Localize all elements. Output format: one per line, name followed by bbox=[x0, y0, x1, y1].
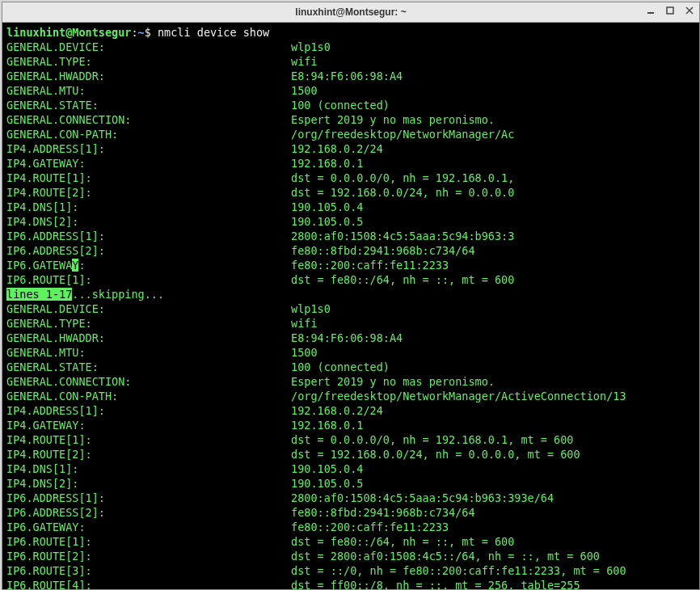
output-row: IP4.DNS[1]:190.105.0.4 bbox=[6, 461, 695, 476]
output-key: IP4.GATEWAY: bbox=[6, 156, 291, 171]
output-key: IP6.ROUTE[1]: bbox=[6, 272, 291, 287]
output-row: IP6.GATEWAY:fe80::200:caff:fe11:2233 bbox=[6, 520, 695, 534]
output-row: IP6.ROUTE[3]:dst = ::/0, nh = fe80::200:… bbox=[6, 563, 695, 578]
output-key: IP6.ROUTE[2]: bbox=[6, 549, 291, 563]
minimize-icon[interactable] bbox=[644, 4, 657, 17]
output-key: IP6.ROUTE[1]: bbox=[6, 534, 291, 549]
output-value: 190.105.0.5 bbox=[291, 476, 695, 491]
output-row: IP4.ROUTE[2]:dst = 192.168.0.0/24, nh = … bbox=[6, 447, 695, 461]
output-row: IP6.ROUTE[4]:dst = ff00::/8, nh = ::, mt… bbox=[6, 578, 695, 589]
output-value: 2800:af0:1508:4c5:5aaa:5c94:b963:3 bbox=[291, 229, 695, 243]
output-key: IP6.GATEWAY: bbox=[6, 520, 291, 534]
output-row: IP6.ROUTE[2]:dst = 2800:af0:1508:4c5::/6… bbox=[6, 549, 695, 563]
output-value: dst = 2800:af0:1508:4c5::/64, nh = ::, m… bbox=[291, 549, 695, 563]
output-key: IP4.DNS[2]: bbox=[6, 214, 291, 229]
output-key: IP6.ADDRESS[2]: bbox=[6, 243, 291, 258]
svg-rect-0 bbox=[647, 12, 654, 14]
output-row: IP4.DNS[1]:190.105.0.4 bbox=[6, 200, 695, 214]
output-value: wlp1s0 bbox=[291, 301, 695, 316]
output-row: IP4.ROUTE[1]:dst = 0.0.0.0/0, nh = 192.1… bbox=[6, 432, 695, 447]
window-controls bbox=[644, 4, 696, 17]
output-key: IP4.ROUTE[2]: bbox=[6, 185, 291, 200]
output-row: IP4.DNS[2]:190.105.0.5 bbox=[6, 214, 695, 229]
output-row: IP4.ADDRESS[1]:192.168.0.2/24 bbox=[6, 141, 695, 156]
output-key: GENERAL.HWADDR: bbox=[6, 331, 291, 345]
output-row: GENERAL.TYPE:wifi bbox=[6, 316, 695, 331]
output-key: IP6.ROUTE[3]: bbox=[6, 563, 291, 578]
output-key: IP4.ADDRESS[1]: bbox=[6, 403, 291, 418]
output-row: IP6.ROUTE[1]:dst = fe80::/64, nh = ::, m… bbox=[6, 534, 695, 549]
output-key: IP4.ROUTE[1]: bbox=[6, 432, 291, 447]
output-key: GENERAL.DEVICE: bbox=[6, 40, 291, 54]
output-value: 192.168.0.2/24 bbox=[291, 141, 695, 156]
output-value: /org/freedesktop/NetworkManager/ActiveCo… bbox=[291, 389, 695, 403]
command-text: nmcli device show bbox=[158, 26, 269, 39]
output-row: GENERAL.CON-PATH:/org/freedesktop/Networ… bbox=[6, 389, 695, 403]
output-row: IP6.ADDRESS[1]:2800:af0:1508:4c5:5aaa:5c… bbox=[6, 491, 695, 505]
window-title: linuxhint@Montsegur: ~ bbox=[2, 6, 699, 18]
output-key: IP4.DNS[1]: bbox=[6, 461, 291, 476]
output-key: IP4.GATEWAY: bbox=[6, 418, 291, 432]
output-value: 100 (connected) bbox=[291, 360, 695, 374]
output-key: IP6.ADDRESS[1]: bbox=[6, 229, 291, 243]
output-row: GENERAL.HWADDR:E8:94:F6:06:98:A4 bbox=[6, 331, 695, 345]
maximize-icon[interactable] bbox=[664, 4, 677, 17]
output-key: IP6.GATEWAY: bbox=[6, 258, 291, 272]
output-key: IP6.ROUTE[4]: bbox=[6, 578, 291, 589]
output-row: IP6.GATEWAY:fe80::200:caff:fe11:2233 bbox=[6, 258, 695, 272]
output-row: IP4.ROUTE[1]:dst = 0.0.0.0/0, nh = 192.1… bbox=[6, 171, 695, 185]
pager-status: lines 1-17 bbox=[6, 288, 72, 301]
output-value: dst = 0.0.0.0/0, nh = 192.168.0.1, bbox=[291, 171, 695, 185]
output-value: Espert 2019 y no mas peronismo. bbox=[291, 112, 695, 127]
output-value: wlp1s0 bbox=[291, 40, 695, 54]
output-value: 1500 bbox=[291, 83, 695, 98]
output-key: GENERAL.CON-PATH: bbox=[6, 389, 291, 403]
output-value: 192.168.0.2/24 bbox=[291, 403, 695, 418]
output-row: IP4.DNS[2]:190.105.0.5 bbox=[6, 476, 695, 491]
titlebar[interactable]: linuxhint@Montsegur: ~ bbox=[2, 2, 699, 23]
output-row: GENERAL.HWADDR:E8:94:F6:06:98:A4 bbox=[6, 69, 695, 83]
output-row: IP4.GATEWAY:192.168.0.1 bbox=[6, 418, 695, 432]
output-key: GENERAL.CONNECTION: bbox=[6, 112, 291, 127]
output-row: IP4.ADDRESS[1]:192.168.0.2/24 bbox=[6, 403, 695, 418]
output-key: GENERAL.CONNECTION: bbox=[6, 374, 291, 389]
output-value: 192.168.0.1 bbox=[291, 156, 695, 171]
output-value: fe80::8fbd:2941:968b:c734/64 bbox=[291, 243, 695, 258]
prompt-dollar: $ bbox=[145, 26, 158, 39]
output-key: IP4.ADDRESS[1]: bbox=[6, 141, 291, 156]
output-value: E8:94:F6:06:98:A4 bbox=[291, 69, 695, 83]
output-value: dst = fe80::/64, nh = ::, mt = 600 bbox=[291, 534, 695, 549]
output-row: IP6.ADDRESS[2]:fe80::8fbd:2941:968b:c734… bbox=[6, 243, 695, 258]
output-key: IP4.ROUTE[2]: bbox=[6, 447, 291, 461]
output-row: GENERAL.STATE:100 (connected) bbox=[6, 98, 695, 112]
output-value: dst = ::/0, nh = fe80::200:caff:fe11:223… bbox=[291, 563, 695, 578]
output-row: IP4.GATEWAY:192.168.0.1 bbox=[6, 156, 695, 171]
output-value: /org/freedesktop/NetworkManager/Ac bbox=[291, 127, 695, 141]
output-value: dst = ff00::/8, nh = ::, mt = 256, table… bbox=[291, 578, 695, 589]
output-row: GENERAL.CONNECTION:Espert 2019 y no mas … bbox=[6, 112, 695, 127]
prompt-user-host: linuxhint@Montsegur bbox=[6, 26, 131, 39]
output-value: fe80::8fbd:2941:968b:c734/64 bbox=[291, 505, 695, 520]
output-key: GENERAL.DEVICE: bbox=[6, 301, 291, 316]
output-key: GENERAL.CON-PATH: bbox=[6, 127, 291, 141]
output-value: 100 (connected) bbox=[291, 98, 695, 112]
prompt-colon: : bbox=[131, 26, 137, 39]
output-value: E8:94:F6:06:98:A4 bbox=[291, 331, 695, 345]
close-icon[interactable] bbox=[683, 4, 696, 17]
output-key: GENERAL.MTU: bbox=[6, 83, 291, 98]
terminal-body[interactable]: linuxhint@Montsegur:~$ nmcli device show… bbox=[2, 23, 699, 589]
prompt-path: ~ bbox=[138, 26, 145, 39]
output-value: 190.105.0.4 bbox=[291, 461, 695, 476]
output-key: GENERAL.STATE: bbox=[6, 360, 291, 374]
output-value: fe80::200:caff:fe11:2233 bbox=[291, 520, 695, 534]
output-value: wifi bbox=[291, 316, 695, 331]
output-key: IP6.ADDRESS[1]: bbox=[6, 491, 291, 505]
output-value: 190.105.0.4 bbox=[291, 200, 695, 214]
output-value: 192.168.0.1 bbox=[291, 418, 695, 432]
output-value: 190.105.0.5 bbox=[291, 214, 695, 229]
output-key: GENERAL.TYPE: bbox=[6, 54, 291, 69]
output-key: GENERAL.MTU: bbox=[6, 345, 291, 360]
output-row: GENERAL.TYPE:wifi bbox=[6, 54, 695, 69]
output-key: IP4.ROUTE[1]: bbox=[6, 171, 291, 185]
output-row: GENERAL.CONNECTION:Espert 2019 y no mas … bbox=[6, 374, 695, 389]
